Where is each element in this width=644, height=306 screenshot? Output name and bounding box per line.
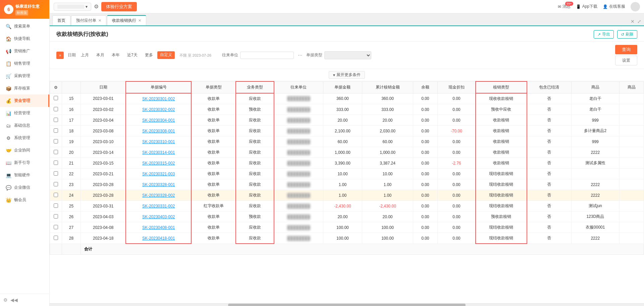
row-checkbox[interactable] [54,161,58,165]
tab-prepay[interactable]: 预付应付单 ✕ [71,15,106,25]
tab-home[interactable]: 首页 [52,15,70,25]
row-checkbox[interactable] [54,96,58,100]
cell-cumulative: 10.00 [362,169,413,179]
row-checkbox[interactable] [54,118,58,122]
cell-checkbox[interactable] [50,222,62,233]
row-checkbox[interactable] [54,107,58,111]
filter-date-this-month[interactable]: 本月 [93,51,107,59]
filter-billtype-select[interactable] [324,51,371,59]
col-settings[interactable]: ⚙ [50,81,62,93]
table-scroll-thumb[interactable] [228,304,466,306]
cell-bill-no[interactable]: SK-20230403-002 [126,211,191,222]
sidebar-item-wechat[interactable]: 💬企业微信 [0,181,49,194]
cell-checkbox[interactable] [50,190,62,201]
cell-bill-no[interactable]: SK-20230328-002 [126,190,191,201]
cell-bill-no[interactable]: SK-20230315-002 [126,158,191,169]
cell-checkbox[interactable] [50,136,62,147]
row-checkbox[interactable] [54,171,58,176]
sidebar-item-search[interactable]: 🔍搜索菜单 [0,20,49,33]
cell-cumulative: 100.00 [362,233,413,244]
solution-button[interactable]: 体验行业方案 [101,2,137,11]
sidebar-item-enterprise[interactable]: 🤝企业协同 [0,144,49,157]
filter-date-prev-month[interactable]: 上月 [78,51,92,59]
cell-bill-no[interactable]: SK-20230331-002 [126,201,191,211]
cell-checkbox[interactable] [50,233,62,244]
row-checkbox[interactable] [54,203,58,208]
cell-bill-no[interactable]: SK-20230302-002 [126,104,191,115]
row-checkbox[interactable] [54,214,58,219]
sidebar-item-operations[interactable]: 📊经营管理 [0,107,49,119]
tab-collection-close[interactable]: ✕ [138,18,141,23]
filter-date-this-year[interactable]: 本年 [109,51,123,59]
tab-maximize-icon[interactable]: ⤢ [637,19,641,24]
cell-balance: 0.00 [413,211,437,222]
cell-discount: 0.00 [437,190,475,201]
setting-button[interactable]: 设置 [615,56,637,65]
row-checkbox[interactable] [54,193,58,197]
row-checkbox[interactable] [54,236,58,240]
sidebar-item-basic[interactable]: 🗂基础信息 [0,119,49,132]
online-service-button[interactable]: 👤 在线客服 [603,4,625,9]
cell-bill-no[interactable]: SK-20230301-002 [126,93,191,104]
cell-bill-no[interactable]: SK-20230314-001 [126,147,191,158]
cell-checkbox[interactable] [50,126,62,136]
sidebar-item-finance[interactable]: 💰资金管理 [0,95,49,107]
tab-prepay-close[interactable]: ✕ [98,18,101,23]
cell-bill-no[interactable]: SK-20230328-001 [126,179,191,190]
cell-checkbox[interactable] [50,147,62,158]
row-checkbox[interactable] [54,150,58,154]
user-avatar[interactable] [631,2,640,11]
message-button[interactable]: ✉ 消息 99+ [558,4,571,9]
tab-close-all-icon[interactable]: ✕ [631,19,635,24]
collapse-icon[interactable]: ◀◀ [10,297,18,303]
filter-partner-input[interactable] [240,52,294,59]
sidebar-item-member[interactable]: 👑畅会员 [0,194,49,206]
cell-checkbox[interactable] [50,93,62,104]
filter-date-7days[interactable]: 近7天 [124,51,141,59]
expand-more-btn[interactable]: ▾ 展开更多条件 [329,71,365,79]
row-checkbox[interactable] [54,225,58,229]
refresh-button[interactable]: ↺ 刷新 [617,30,637,39]
workspace-selector[interactable]: ▾ [54,3,91,11]
cell-balance: 0.00 [413,169,437,179]
cell-checkbox[interactable] [50,201,62,211]
row-checkbox[interactable] [54,128,58,133]
cell-checkbox[interactable] [50,115,62,126]
cell-bill-no[interactable]: SK-20230308-001 [126,126,191,136]
cell-bill-no[interactable]: SK-20230304-001 [126,115,191,126]
export-button[interactable]: ↗ 导出 [594,30,614,39]
sidebar-item-inventory[interactable]: 📦库存核算 [0,82,49,95]
cell-checkbox[interactable] [50,179,62,190]
row-checkbox[interactable] [54,139,58,143]
cell-partner: ████████ [274,190,323,201]
settings-icon[interactable]: ⚙ [3,297,8,303]
cell-checkbox[interactable] [50,158,62,169]
cell-bill-no[interactable]: SK-20230408-001 [126,222,191,233]
cell-bill-no[interactable]: SK-20230321-003 [126,169,191,179]
app-download-button[interactable]: 📱 App下载 [576,4,597,9]
cell-index: 23 [62,179,81,190]
sidebar-item-marketing[interactable]: 📢营销推广 [0,45,49,57]
filter-toggle-btn[interactable]: » [56,52,64,59]
sidebar-item-sales[interactable]: 📋销售管理 [0,57,49,70]
cell-checkbox[interactable] [50,211,62,222]
cell-bill-no[interactable]: SK-20230310-001 [126,136,191,147]
filter-date-more[interactable]: 更多 [142,51,156,59]
table-scrollbar[interactable] [50,303,644,306]
cell-checkbox[interactable] [50,104,62,115]
sidebar-label-marketing: 营销推广 [14,48,30,54]
sidebar-item-quicknav[interactable]: 🏠快捷导航 [0,33,49,45]
filter-date-custom[interactable]: 自定义 [157,51,175,59]
query-button[interactable]: 查询 [615,45,637,54]
cell-checkbox[interactable] [50,169,62,179]
cell-bill-no[interactable]: SK-20230418-001 [126,233,191,244]
sidebar-item-guide[interactable]: 📖新手引导 [0,157,49,169]
sidebar-item-system[interactable]: ⚙系统管理 [0,132,49,144]
sidebar-item-purchase[interactable]: 🛒采购管理 [0,70,49,82]
topbar-gear-icon[interactable]: ⚙ [94,3,99,10]
filter-more-dots[interactable]: ··· [298,52,302,58]
row-checkbox[interactable] [54,182,58,186]
tab-collection[interactable]: 收款核销执行 ✕ [107,15,146,25]
cell-amount: 100.00 [323,222,362,233]
sidebar-item-hardware[interactable]: 💻智能硬件 [0,169,49,181]
